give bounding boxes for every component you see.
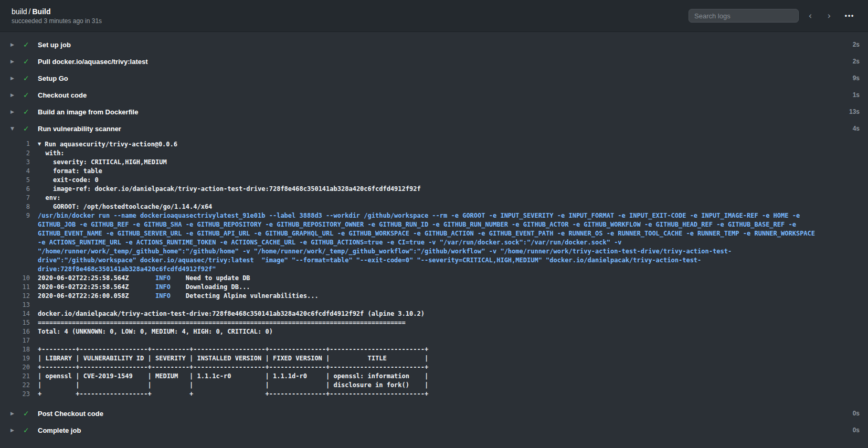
step-duration: 0s: [853, 410, 860, 417]
log-line: 3 severity: CRITICAL,HIGH,MEDIUM: [0, 158, 816, 167]
log-line: 10 2020-06-02T22:25:58.564Z INFO Need to…: [0, 274, 816, 283]
prev-match-button[interactable]: ‹: [803, 9, 818, 23]
step-row[interactable]: ▶ ✓ Pull docker.io/aquasec/trivy:latest …: [0, 53, 868, 70]
log-line-number[interactable]: 6: [0, 185, 30, 194]
breadcrumb: build/Build: [12, 7, 102, 16]
log-line-number[interactable]: 5: [0, 176, 30, 185]
check-icon: ✓: [23, 125, 31, 132]
log-line-number[interactable]: 22: [0, 381, 30, 390]
log-options-button[interactable]: •••: [841, 9, 859, 23]
step-duration: 2s: [853, 41, 860, 48]
disclosure-triangle-icon: ▶: [10, 110, 18, 114]
log-line-number[interactable]: 19: [0, 354, 30, 363]
log-line-number[interactable]: 23: [0, 390, 30, 399]
log-line: 22 | | | | | | disclosure in fork() |: [0, 381, 816, 390]
step-duration: 0s: [853, 426, 860, 434]
log-line-content: | | | | | | disclosure in fork() |: [38, 381, 816, 390]
step-name: Build an image from Dockerfile: [38, 108, 138, 116]
check-icon: ✓: [23, 74, 31, 82]
log-line-number[interactable]: 9: [0, 211, 30, 274]
log-line-content: +---------+------------------+----------…: [38, 345, 816, 354]
log-line: 4 format: table: [0, 167, 816, 176]
log-line-content: image-ref: docker.io/danielpacak/trivy-a…: [38, 185, 816, 194]
log-line-number[interactable]: 12: [0, 292, 30, 301]
step-row[interactable]: ▶ ✓ Set up job 2s: [0, 36, 868, 53]
log-line-content: ▼Run aquasecurity/trivy-action@0.0.6: [38, 140, 816, 149]
step-name: Post Checkout code: [38, 410, 103, 418]
run-header: build/Build succeeded 3 minutes ago in 3…: [0, 0, 868, 32]
run-title-block: build/Build succeeded 3 minutes ago in 3…: [12, 7, 102, 25]
log-line-content: 2020-06-02T22:25:58.564Z INFO Downloadin…: [38, 283, 816, 292]
log-line-number[interactable]: 2: [0, 149, 30, 158]
log-line-content: + +------------------+ + +--------------…: [38, 390, 816, 399]
log-line: 2 with:: [0, 149, 816, 158]
disclosure-triangle-icon: ▶: [10, 411, 18, 416]
log-line-number[interactable]: 10: [0, 274, 30, 283]
step-duration: 2s: [853, 58, 860, 65]
disclosure-triangle-icon: ▶: [10, 42, 18, 47]
log-line-number[interactable]: 20: [0, 363, 30, 372]
step-duration: 9s: [853, 74, 860, 82]
log-line: 9 /usr/bin/docker run --name dockerioaqu…: [0, 211, 816, 274]
log-line-number[interactable]: 8: [0, 202, 30, 211]
step-duration: 4s: [853, 125, 860, 132]
log-line: 16 Total: 4 (UNKNOWN: 0, LOW: 0, MEDIUM:…: [0, 327, 816, 336]
log-line-content: format: table: [38, 167, 816, 176]
log-line-number[interactable]: 7: [0, 194, 30, 202]
disclosure-triangle-icon: ▶: [10, 428, 18, 433]
log-line-number[interactable]: 15: [0, 318, 30, 327]
group-expander-icon[interactable]: ▼: [38, 142, 41, 146]
log-line: 8 GOROOT: /opt/hostedtoolcache/go/1.14.4…: [0, 202, 816, 211]
log-line: 14 docker.io/danielpacak/trivy-action-te…: [0, 310, 816, 318]
log-line: 17: [0, 336, 816, 345]
log-line-number[interactable]: 13: [0, 301, 30, 310]
log-line-number[interactable]: 16: [0, 327, 30, 336]
log-line-number[interactable]: 11: [0, 283, 30, 292]
log-line-content: | openssl | CVE-2019-1549 | MEDIUM | 1.1…: [38, 372, 816, 381]
log-line-number[interactable]: 14: [0, 310, 30, 318]
step-duration: 13s: [849, 108, 860, 115]
log-line-number[interactable]: 21: [0, 372, 30, 381]
log-line-number[interactable]: 17: [0, 336, 30, 345]
log-line: 1 ▼Run aquasecurity/trivy-action@0.0.6: [0, 140, 816, 149]
log-line-content: exit-code: 0: [38, 176, 816, 185]
step-row[interactable]: ▶ ✓ Checkout code 1s: [0, 87, 868, 103]
breadcrumb-separator: /: [27, 7, 33, 16]
step-row[interactable]: ▼ ✓ Run vulnerability scanner 4s: [0, 120, 868, 137]
log-line-content: [38, 336, 816, 345]
job-name: build: [12, 7, 27, 16]
next-match-button[interactable]: ›: [822, 9, 837, 23]
step-row[interactable]: ▶ ✓ Build an image from Dockerfile 13s: [0, 103, 868, 120]
kebab-icon: •••: [845, 12, 855, 19]
log-line-number[interactable]: 18: [0, 345, 30, 354]
chevron-right-icon: ›: [828, 10, 831, 21]
log-line: 20 +---------+------------------+-------…: [0, 363, 816, 372]
run-name: Build: [32, 7, 50, 16]
log-line: 18 +---------+------------------+-------…: [0, 345, 816, 354]
run-status: succeeded 3 minutes ago in 31s: [12, 17, 102, 25]
log-line-content: [38, 301, 816, 310]
check-icon: ✓: [23, 108, 31, 115]
step-row[interactable]: ▶ ✓ Setup Go 9s: [0, 70, 868, 87]
log-line-content: 2020-06-02T22:26:00.058Z INFO Detecting …: [38, 292, 816, 301]
step-name: Setup Go: [38, 74, 68, 82]
step-name: Checkout code: [38, 91, 87, 99]
log-line-number[interactable]: 4: [0, 167, 30, 176]
log-line-content: env:: [38, 194, 816, 202]
log-line: 23 + +------------------+ + +-----------…: [0, 390, 816, 399]
log-line: 13: [0, 301, 816, 310]
log-line-number[interactable]: 1: [0, 140, 30, 149]
log-line-content: docker.io/danielpacak/trivy-action-test-…: [38, 310, 816, 318]
check-icon: ✓: [23, 91, 31, 99]
log-line-number[interactable]: 3: [0, 158, 30, 167]
log-line-content: with:: [38, 149, 816, 158]
disclosure-triangle-icon: ▶: [10, 93, 18, 98]
log-line-content: | LIBRARY | VULNERABILITY ID | SEVERITY …: [38, 354, 816, 363]
search-logs-input[interactable]: [689, 9, 799, 23]
log-line-content: +---------+------------------+----------…: [38, 363, 816, 372]
step-row[interactable]: ▶ ✓ Post Checkout code 0s: [0, 405, 868, 422]
log-line-content: 2020-06-02T22:25:58.564Z INFO Need to up…: [38, 274, 816, 283]
step-row[interactable]: ▶ ✓ Complete job 0s: [0, 422, 868, 439]
log-line-content: ========================================…: [38, 318, 816, 327]
check-icon: ✓: [23, 426, 31, 434]
